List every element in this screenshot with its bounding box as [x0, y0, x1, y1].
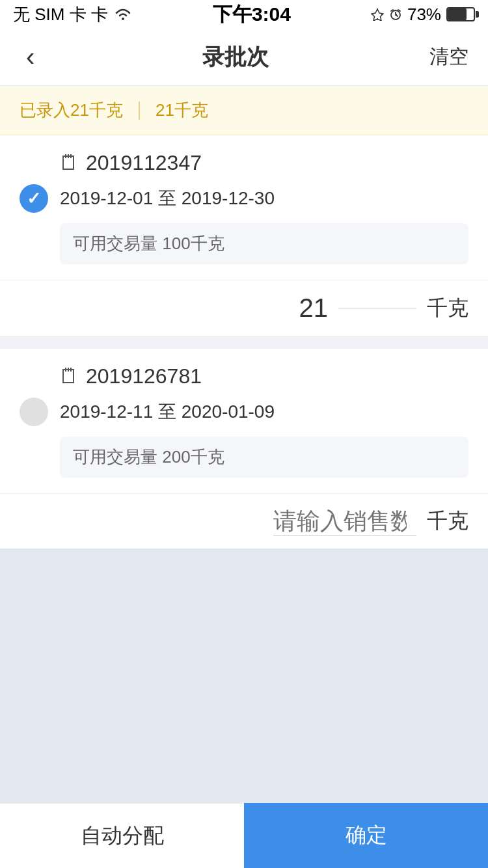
svg-point-0 [122, 18, 124, 20]
batch1-date: 2019-12-01 至 2019-12-30 [60, 186, 275, 211]
batch-item-2: 🗒 2019126781 2019-12-11 至 2020-01-09 可用交… [0, 349, 488, 549]
batch1-available: 可用交易量 100千克 [60, 223, 468, 264]
back-button[interactable]: ‹ [20, 36, 41, 78]
status-bar-right: 73% [371, 5, 475, 25]
sim-label: 无 SIM 卡 卡 [13, 3, 108, 26]
status-bar-left: 无 SIM 卡 卡 [13, 3, 133, 26]
batch1-quantity-row: 21 千克 [0, 280, 488, 336]
page-title: 录批次 [202, 42, 269, 72]
status-bar-time: 下午3:04 [213, 1, 291, 28]
bottom-bar: 自动分配 确定 [0, 803, 488, 868]
location-icon [371, 8, 384, 21]
clear-button[interactable]: 清空 [429, 44, 468, 70]
batch2-radio[interactable] [20, 398, 48, 426]
batch2-available: 可用交易量 200千克 [60, 437, 468, 478]
batch1-id-icon: 🗒 [59, 151, 79, 175]
info-banner: 已录入21千克 21千克 [0, 86, 488, 135]
banner-divider [139, 102, 140, 120]
auto-assign-button[interactable]: 自动分配 [0, 803, 244, 868]
recorded-label: 已录入21千克 [20, 99, 123, 122]
batch1-radio[interactable]: ✓ [20, 184, 48, 213]
battery-icon [446, 7, 475, 21]
batch1-quantity-value: 21 [299, 293, 329, 323]
batch2-quantity-row: 千克 [0, 493, 488, 549]
batch2-date-row[interactable]: 2019-12-11 至 2020-01-09 [20, 398, 468, 426]
battery-percent: 73% [407, 5, 441, 25]
gray-area [0, 549, 488, 835]
batch2-quantity-input[interactable] [273, 508, 416, 536]
total-label: 21千克 [156, 99, 208, 122]
batch2-unit: 千克 [427, 507, 468, 536]
nav-bar: ‹ 录批次 清空 [0, 29, 488, 86]
batch1-id: 2019112347 [86, 151, 202, 175]
batch-item-1: 🗒 2019112347 ✓ 2019-12-01 至 2019-12-30 可… [0, 135, 488, 336]
batch1-id-row: 🗒 2019112347 [20, 151, 468, 175]
batch2-id-row: 🗒 2019126781 [20, 364, 468, 388]
batch1-date-row[interactable]: ✓ 2019-12-01 至 2019-12-30 [20, 184, 468, 213]
wifi-icon [113, 7, 133, 21]
batch1-check: ✓ [27, 189, 41, 209]
batch1-unit: 千克 [427, 294, 468, 323]
confirm-button[interactable]: 确定 [244, 803, 488, 868]
batch2-date: 2019-12-11 至 2020-01-09 [60, 400, 275, 424]
section-separator-1 [0, 336, 488, 349]
status-bar: 无 SIM 卡 卡 下午3:04 73% [0, 0, 488, 29]
batch2-id: 2019126781 [86, 364, 202, 388]
batch2-id-icon: 🗒 [59, 364, 79, 388]
alarm-icon [389, 8, 402, 21]
